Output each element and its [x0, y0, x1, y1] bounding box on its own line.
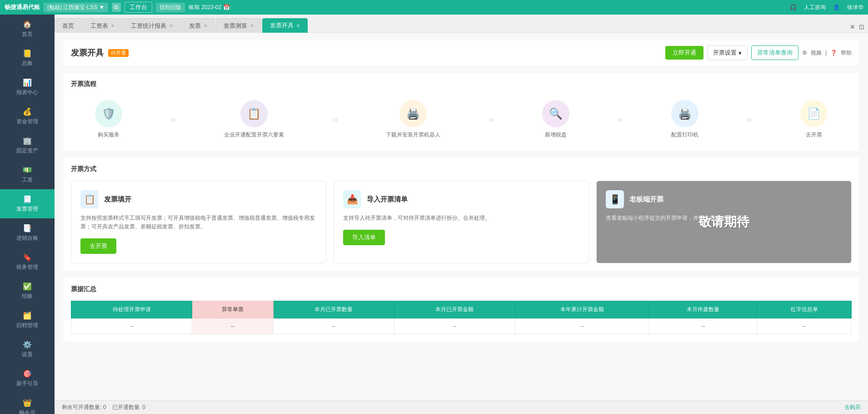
tab-工资统计报表[interactable]: 工资统计报表✕ — [123, 18, 180, 33]
tab-发票[interactable]: 发票✕ — [181, 18, 215, 33]
flow-step-label-4: 配置打印机 — [671, 131, 698, 139]
calendar-icon[interactable]: 📅 — [223, 4, 230, 10]
settings-label: 开票设置 — [713, 49, 737, 57]
tab-close-4[interactable]: ✕ — [250, 23, 254, 28]
sidebar-item-税务管理[interactable]: 🔖税务管理 — [0, 247, 55, 277]
top-bar-right: 🎧 人工咨询 👤 徐泽华 — [790, 4, 863, 11]
username[interactable]: 徐泽华 — [847, 4, 863, 11]
help-icon: ❓ — [830, 50, 837, 56]
sidebar-icon-5: 💵 — [23, 166, 32, 174]
method-card-btn-0[interactable]: 去开票 — [80, 238, 116, 254]
tab-bar-right: ✕ ⊡ — [850, 23, 868, 32]
sidebar-item-畅会员[interactable]: 👑畅会员 — [0, 393, 55, 414]
tab-发票测算[interactable]: 发票测算✕ — [216, 18, 261, 33]
tab-label-4: 发票测算 — [224, 22, 247, 30]
status-badge: 待开通 — [108, 49, 129, 57]
period-info: 账期 2023-02 📅 — [189, 4, 230, 11]
sidebar-item-首页[interactable]: 🏠首页 — [0, 15, 55, 44]
flow-step-2[interactable]: 🖨️下载并安装开票机器人 — [386, 100, 440, 139]
tab-label-0: 首页 — [62, 22, 74, 30]
tab-首页[interactable]: 首页 — [55, 18, 82, 33]
copy-icon[interactable]: ⧉ — [112, 3, 121, 12]
flow-arrow-4: ›› — [747, 116, 752, 124]
flow-step-label-2: 下载并安装开票机器人 — [386, 131, 440, 139]
footer-left: 剩余可开通数量: 0 已开通数量: 0 — [62, 404, 145, 411]
tab-close-5[interactable]: ✕ — [296, 23, 300, 28]
sidebar-label-3: 资金管理 — [16, 118, 38, 126]
open-settings-button[interactable]: 开票设置 ▾ — [707, 45, 748, 60]
page-header: 发票开具 待开通 立即开通 开票设置 ▾ 异常清单查询 ⚙ 视频 | ❓ — [64, 40, 859, 66]
sidebar-label-0: 首页 — [22, 30, 33, 38]
sidebar-item-工资[interactable]: 💵工资 — [0, 160, 55, 189]
company-selector[interactable]: (勉励) 江西服宝-LSS ▼ — [44, 3, 108, 12]
switch-old-button[interactable]: 切到旧版 — [156, 3, 185, 12]
method-card-btn-1[interactable]: 导入清单 — [343, 230, 385, 245]
views-label[interactable]: 视频 — [811, 49, 822, 57]
sidebar-label-1: 总账 — [22, 60, 33, 67]
method-cards: 📋 发票填开 支持按照发票样式手工填写开发票；可开具增值税电子普通发票、增值税普… — [71, 181, 852, 263]
flow-step-4[interactable]: 🖨️配置打印机 — [671, 100, 698, 139]
workbench-button[interactable]: 工作台 — [125, 2, 152, 13]
sidebar-item-结账[interactable]: ✅结账 — [0, 277, 55, 306]
period-label: 账期 — [189, 4, 200, 11]
tab-工资表[interactable]: 工资表✕ — [83, 18, 122, 33]
company-name: (勉励) 江西服宝-LSS — [47, 4, 97, 11]
tab-label-5: 发票开具 — [270, 21, 294, 30]
summary-cell-5: -- — [649, 318, 757, 334]
sidebar-item-资金管理[interactable]: 💰资金管理 — [0, 102, 55, 131]
sidebar-icon-13: 👑 — [23, 399, 32, 407]
sidebar-item-新手引导[interactable]: 🎯新手引导 — [0, 364, 55, 393]
flow-step-1[interactable]: 📋企业开通配置开票六要素 — [224, 100, 284, 139]
page-title-area: 发票开具 待开通 — [71, 47, 129, 58]
sidebar-icon-12: 🎯 — [23, 369, 32, 378]
sidebar-label-9: 结账 — [22, 293, 33, 300]
tab-close-3[interactable]: ✕ — [204, 23, 207, 28]
tab-label-3: 发票 — [189, 22, 201, 30]
top-bar: 畅捷通易代账 (勉励) 江西服宝-LSS ▼ ⧉ 工作台 切到旧版 账期 202… — [0, 0, 868, 15]
summary-section: 票据汇总 待处理开票申请异常单票本月已开票数量本月已开票金额本年累计开票金额本月… — [64, 278, 859, 342]
tab-label-1: 工资表 — [90, 22, 108, 30]
close-all-icon[interactable]: ✕ — [850, 23, 855, 30]
sidebar-item-归档管理[interactable]: 🗂️归档管理 — [0, 306, 55, 335]
content-area: 首页工资表✕工资统计报表✕发票✕发票测算✕发票开具✕ ✕ ⊡ 发票开具 待开通 … — [55, 15, 868, 414]
sidebar-icon-3: 💰 — [23, 107, 32, 116]
flow-step-0[interactable]: 🛡️购买服务 — [95, 100, 122, 139]
footer: 剩余可开通数量: 0 已开通数量: 0 去购买 — [55, 400, 868, 414]
help-label[interactable]: 帮助 — [841, 49, 852, 57]
sidebar-item-进销台账[interactable]: 📑进销台账 — [0, 218, 55, 247]
summary-col-4: 本年累计开票金额 — [515, 301, 649, 318]
settings-circle-icon: ⚙ — [802, 50, 807, 56]
sidebar-label-8: 税务管理 — [16, 263, 38, 271]
flow-step-icon-2: 🖨️ — [399, 100, 427, 127]
tab-close-1[interactable]: ✕ — [111, 23, 115, 28]
flow-step-5[interactable]: 📄去开票 — [800, 100, 828, 139]
sidebar-label-5: 工资 — [22, 176, 33, 184]
flow-arrow-2: ›› — [489, 116, 494, 124]
sidebar-item-固定资产[interactable]: 🏢固定资产 — [0, 131, 55, 160]
restore-icon[interactable]: ⊡ — [859, 23, 864, 30]
abnormal-query-button[interactable]: 异常清单查询 — [751, 45, 798, 60]
chevron-down-icon: ▾ — [738, 50, 742, 56]
method-card-title-1: 导入开票清单 — [367, 195, 408, 204]
flow-step-3[interactable]: 🔍新增税盘 — [542, 100, 569, 139]
sidebar-item-设置[interactable]: ⚙️设置 — [0, 335, 55, 364]
sidebar-item-发票管理[interactable]: 🧾发票管理 — [0, 189, 55, 218]
help-area: ⚙ 视频 | ❓ 帮助 — [802, 49, 852, 57]
tab-close-2[interactable]: ✕ — [169, 23, 173, 28]
method-card-icon-1: 📥 — [343, 190, 361, 208]
summary-col-6: 红字信息单 — [757, 301, 852, 318]
sidebar-item-总账[interactable]: 📒总账 — [0, 44, 55, 73]
top-bar-actions: 🎧 人工咨询 👤 徐泽华 — [790, 4, 863, 11]
buy-link[interactable]: 去购买 — [844, 404, 861, 410]
tab-发票开具[interactable]: 发票开具✕ — [262, 18, 308, 33]
flow-step-icon-1: 📋 — [240, 100, 268, 127]
method-card-boss: 📱 老板端开票 查看老板端小程序提交的开票申请，并作出相应的审批流程。 敬请期待 — [596, 181, 852, 263]
sidebar-icon-6: 🧾 — [23, 195, 32, 203]
sidebar-icon-9: ✅ — [23, 282, 32, 291]
sidebar-icon-2: 📊 — [23, 78, 32, 87]
immediate-open-button[interactable]: 立即开通 — [665, 46, 703, 60]
sidebar-item-报表中心[interactable]: 📊报表中心 — [0, 73, 55, 102]
support-label[interactable]: 人工咨询 — [804, 4, 826, 11]
method-section: 开票方式 📋 发票填开 支持按照发票样式手工填写开发票；可开具增值税电子普通发票… — [64, 158, 859, 271]
flow-step-icon-0: 🛡️ — [95, 100, 122, 127]
